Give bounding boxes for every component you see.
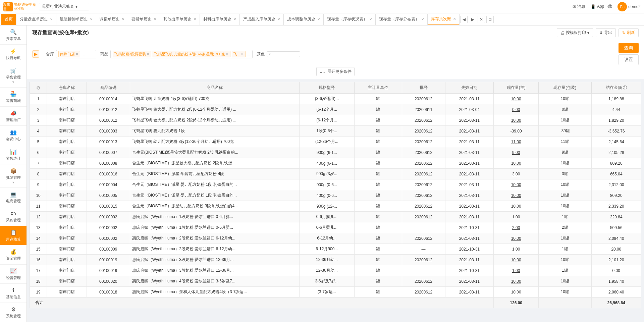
row-qty-main[interactable]: 10.00 [494, 94, 539, 104]
sidebar-item-business[interactable]: 📈 经营管理 [0, 265, 26, 284]
tab-8[interactable]: 成本调整单历史 ✕ [284, 14, 324, 25]
tab-close-icon[interactable]: ✕ [154, 17, 156, 21]
row-qty-main[interactable]: 1.00 [494, 212, 539, 222]
row-name: 飞鹤星飞帆 儿童奶粉 4段(3-6岁适用) 700克 [130, 94, 299, 104]
tab-close-icon[interactable]: ✕ [90, 17, 93, 21]
row-no: 5 [30, 137, 47, 147]
print-button[interactable]: 🖨 按模板打印 ▾ [557, 28, 593, 37]
sidebar-item-retail-stats[interactable]: 📊 零售统计 [0, 145, 26, 164]
row-unit: 罐 [354, 222, 402, 233]
expand-more-btn[interactable]: ⌄⌄ 展开更多条件 [316, 67, 355, 76]
sidebar-item-ecommerce[interactable]: 💻 电商管理 [0, 188, 26, 207]
sidebar-item-system[interactable]: ⚙ 系统管理 [0, 303, 26, 322]
row-qty-main[interactable]: 10.00 [494, 115, 539, 126]
sidebar-item-retail-shop[interactable]: 🏪 零售商城 [0, 88, 26, 107]
row-qty-main[interactable]: 10.00 [494, 179, 539, 190]
color-dropdown[interactable]: ▾ [267, 51, 300, 57]
sidebar-item-marketing[interactable]: 📣 营销推广 [0, 107, 26, 126]
tab-3[interactable]: 调拨单历史 ✕ [96, 14, 128, 25]
tab-nav-close[interactable]: ✕ [478, 16, 485, 23]
tab-close-icon[interactable]: ✕ [122, 17, 124, 21]
tab-close-icon[interactable]: ✕ [50, 17, 53, 21]
tag-close-icon[interactable]: ✕ [226, 52, 229, 56]
row-warehouse: 南岸门店 [47, 190, 87, 201]
row-spec: (3-6岁适用)... [299, 94, 354, 104]
tab-2[interactable]: 组装拆卸单历史 ✕ [56, 14, 96, 25]
export-button[interactable]: ⬇ 导出 [596, 28, 616, 37]
row-warehouse: 南岸门店 [47, 276, 87, 287]
sidebar-item-quicknav[interactable]: ⚡ 快捷导航 [0, 45, 26, 64]
warehouse-tag-container[interactable]: 南岸门店 ✕ ... [56, 50, 96, 58]
account-selector[interactable]: 母婴行业演示账套 ▾ [39, 3, 89, 10]
row-qty-main[interactable]: 10.00 [494, 158, 539, 169]
gear-icon: ⚙ [11, 306, 16, 313]
tab-close-icon[interactable]: ✕ [421, 17, 424, 21]
row-qty-main[interactable]: 1.00 [494, 265, 539, 276]
row-code: 00100009 [87, 244, 130, 255]
tag-close-icon[interactable]: ✕ [147, 52, 150, 56]
row-qty-main[interactable]: 10.00 [494, 276, 539, 287]
tab-close-icon[interactable]: ✕ [453, 17, 456, 21]
app-download-btn[interactable]: 📱 App下载 [591, 4, 612, 9]
row-qty-pkg: 11罐 [539, 137, 591, 147]
tab-active[interactable]: 库存批次账 ✕ [428, 14, 460, 25]
tab-4[interactable]: 要货单历史 ✕ [128, 14, 160, 25]
sidebar-item-wholesale[interactable]: 📦 批发管理 ▼ [0, 164, 26, 188]
row-batch: 20200612 [402, 126, 445, 137]
row-qty-main[interactable]: 10.00 [494, 233, 539, 244]
row-qty-main[interactable]: 9.00 [494, 147, 539, 158]
tab-close-icon[interactable]: ✕ [369, 17, 372, 21]
tab-home[interactable]: 首页 [1, 14, 16, 25]
col-settings[interactable]: ⚙ [30, 82, 47, 94]
row-qty-main[interactable]: 10.00 [494, 255, 539, 265]
row-qty-main[interactable]: 11.00 [494, 137, 539, 147]
row-qty-main[interactable]: 3.00 [494, 169, 539, 179]
sidebar-item-retail-mgmt[interactable]: 🛒 零售管理 ▼ [0, 64, 26, 88]
settings-button[interactable]: 设置 [619, 54, 639, 65]
sidebar-item-members[interactable]: 👥 会员中心 [0, 126, 26, 145]
row-qty-main[interactable]: 10.00 [494, 190, 539, 201]
row-spec: (12-36个月... [299, 137, 354, 147]
row-qty-main[interactable]: 10.00 [494, 201, 539, 212]
goods-tag-container[interactable]: 飞鹤奶粉3段两提装 ✕ 飞鹤星飞帆 儿童奶粉 4段(3-6岁适用) 700克 ✕… [110, 50, 253, 58]
expand-filter-btn[interactable]: ▶ [32, 50, 39, 58]
row-qty-main[interactable]: 2.00 [494, 222, 539, 233]
sidebar-item-inventory[interactable]: 📋 库存核算 [0, 226, 26, 245]
refresh-button[interactable]: ↻ 刷新 [619, 28, 639, 37]
tab-close-icon[interactable]: ✕ [233, 17, 236, 21]
search-button[interactable]: 查询 [619, 43, 639, 53]
tab-close-icon[interactable]: ✕ [277, 17, 280, 21]
more-options-icon[interactable]: ... [247, 52, 250, 56]
tab-nav-prev[interactable]: ◀ [460, 16, 468, 23]
row-qty-pkg: 10罐 [539, 233, 591, 244]
row-expire: 2021-03-11 [445, 255, 494, 265]
col-unit: 主计量单位 [354, 82, 402, 94]
row-no: 3 [30, 115, 47, 126]
tab-9[interactable]: 现存量（库存状况表） ✕ [324, 14, 376, 25]
row-batch: 20200612 [402, 212, 445, 222]
sidebar-item-base-info[interactable]: ℹ 基础信息 [0, 284, 26, 303]
message-btn[interactable]: ✉ 消息 [573, 4, 585, 9]
tab-6[interactable]: 材料出库单历史 ✕ [200, 14, 240, 25]
settings-icon[interactable]: ⚙ [36, 85, 41, 91]
row-code: 00100005 [87, 190, 130, 201]
tag-close-icon[interactable]: ✕ [75, 52, 78, 56]
sidebar-item-finance[interactable]: 💰 资金管理 [0, 245, 26, 264]
more-options-icon[interactable]: ... [82, 52, 85, 56]
tab-nav-next[interactable]: ▶ [469, 16, 476, 23]
tab-close-icon[interactable]: ✕ [194, 17, 196, 21]
tab-7[interactable]: 产成品入库单历史 ✕ [240, 14, 284, 25]
row-qty-main[interactable]: 10.00 [494, 287, 539, 298]
tab-5[interactable]: 其他出库单历史 ✕ [160, 14, 200, 25]
sidebar-item-search[interactable]: 🔍 搜索菜单 [0, 25, 26, 45]
sidebar-item-purchase[interactable]: 🛍 采购管理 [0, 207, 26, 226]
tab-10[interactable]: 现存量（库存分布表） ✕ [376, 14, 428, 25]
tab-1[interactable]: 分量盘点单历史 ✕ [16, 14, 56, 25]
tag-close-icon[interactable]: ✕ [241, 52, 244, 56]
tab-nav-menu[interactable]: ⊡ [486, 16, 494, 23]
tab-close-icon[interactable]: ✕ [317, 17, 320, 21]
row-qty-main[interactable]: 1.00 [494, 244, 539, 255]
row-amount: 2,145.64 [591, 137, 641, 147]
row-qty-main[interactable]: 0.00 [494, 104, 539, 115]
user-profile[interactable]: Ea demo2 [618, 2, 641, 11]
